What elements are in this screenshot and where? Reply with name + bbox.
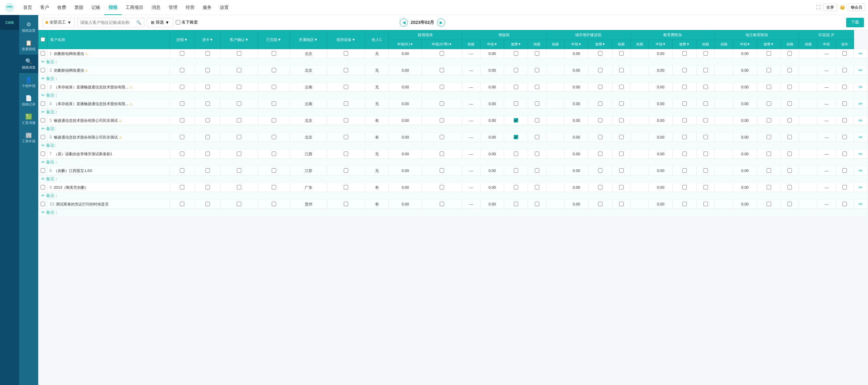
- city-sub-checkbox[interactable]: [598, 85, 602, 89]
- local-edu-sub-checkbox[interactable]: [787, 51, 792, 56]
- nav-manage[interactable]: 管理: [165, 0, 182, 15]
- row-checkbox[interactable]: [41, 101, 45, 106]
- edu-sub-checkbox[interactable]: [703, 68, 708, 72]
- vat-sub-checkbox[interactable]: [514, 118, 518, 123]
- nav-tax[interactable]: 报税: [104, 0, 122, 15]
- paid-checkbox[interactable]: [272, 202, 276, 206]
- row-checkbox[interactable]: [41, 202, 45, 206]
- edu-sub-checkbox[interactable]: [682, 135, 687, 139]
- confirm-checkbox[interactable]: [237, 135, 241, 139]
- copy-tax-checkbox[interactable]: [180, 185, 184, 189]
- vat-sub-checkbox[interactable]: [514, 68, 518, 72]
- edit-remark-icon[interactable]: ✏: [41, 210, 45, 215]
- annual-checkbox[interactable]: [440, 168, 444, 173]
- stamp-sub-checkbox[interactable]: [842, 51, 847, 56]
- city-sub-checkbox[interactable]: [619, 202, 624, 206]
- table-container[interactable]: 客户名称 抄税▼ 清卡▼ 客户确认▼ 已完税▼ 所属地区▼ 税控设备▼ 收入C …: [38, 30, 868, 385]
- edit-icon[interactable]: ✏: [859, 101, 863, 106]
- nav-message[interactable]: 消息: [147, 0, 165, 15]
- clear-card-checkbox[interactable]: [205, 168, 210, 173]
- stamp-sub-checkbox[interactable]: [842, 168, 847, 173]
- edu-sub-checkbox[interactable]: [703, 118, 708, 123]
- prev-month-button[interactable]: ◀: [400, 18, 408, 27]
- clear-card-checkbox[interactable]: [205, 101, 210, 106]
- edit-remark-icon[interactable]: ✏: [41, 76, 45, 81]
- employee-select[interactable]: 全部员工 ▼: [42, 18, 74, 27]
- fullscreen-button[interactable]: 全屏: [823, 3, 837, 11]
- local-edu-sub-checkbox[interactable]: [787, 202, 792, 206]
- local-edu-sub-checkbox[interactable]: [787, 185, 792, 189]
- clear-card-checkbox[interactable]: [205, 185, 210, 189]
- nav-home[interactable]: 首页: [19, 0, 36, 15]
- city-sub-checkbox[interactable]: [598, 135, 602, 139]
- stamp-sub-checkbox[interactable]: [842, 101, 847, 106]
- annual-checkbox[interactable]: [440, 135, 444, 139]
- paid-checkbox[interactable]: [272, 68, 276, 72]
- local-edu-sub-checkbox[interactable]: [767, 168, 771, 173]
- city-sub-checkbox[interactable]: [619, 101, 624, 106]
- edit-remark-icon[interactable]: ✏: [41, 143, 45, 148]
- edu-sub-checkbox[interactable]: [703, 51, 708, 56]
- search-icon[interactable]: 🔍: [136, 20, 141, 25]
- row-checkbox[interactable]: [41, 185, 45, 189]
- annual-checkbox[interactable]: [440, 152, 444, 156]
- edit-icon[interactable]: ✏: [859, 68, 863, 73]
- local-edu-sub-checkbox[interactable]: [767, 51, 771, 56]
- clear-card-checkbox[interactable]: [205, 68, 210, 72]
- edit-icon[interactable]: ✏: [859, 201, 863, 207]
- stamp-sub-checkbox[interactable]: [842, 85, 847, 89]
- edit-icon[interactable]: ✏: [859, 151, 863, 157]
- edit-remark-icon[interactable]: ✏: [41, 126, 45, 131]
- confirm-checkbox[interactable]: [237, 202, 241, 206]
- vat-sub-checkbox[interactable]: [514, 85, 518, 89]
- copy-tax-checkbox[interactable]: [180, 118, 184, 123]
- local-edu-sub-checkbox[interactable]: [787, 168, 792, 173]
- stamp-sub-checkbox[interactable]: [842, 68, 847, 72]
- copy-tax-checkbox[interactable]: [180, 68, 184, 72]
- local-edu-sub-checkbox[interactable]: [787, 152, 792, 156]
- edit-icon[interactable]: ✏: [859, 185, 863, 190]
- next-month-button[interactable]: ▶: [437, 18, 445, 27]
- edu-sub-checkbox[interactable]: [682, 152, 687, 156]
- stamp-sub-checkbox[interactable]: [842, 185, 847, 189]
- edu-sub-checkbox[interactable]: [703, 152, 708, 156]
- city-sub-checkbox[interactable]: [619, 185, 624, 189]
- tax-device-checkbox[interactable]: [344, 202, 348, 206]
- clear-card-checkbox[interactable]: [205, 202, 210, 206]
- vat-sub-checkbox[interactable]: [535, 168, 539, 173]
- paid-checkbox[interactable]: [272, 168, 276, 173]
- clear-card-checkbox[interactable]: [205, 135, 210, 139]
- confirm-checkbox[interactable]: [237, 185, 241, 189]
- tax-device-checkbox[interactable]: [344, 68, 348, 72]
- sidebar-item-personal-tax[interactable]: 👤 个税申报: [19, 73, 38, 91]
- tax-device-checkbox[interactable]: [344, 85, 348, 89]
- row-checkbox[interactable]: [41, 51, 45, 56]
- sidebar-item-annual-clear[interactable]: 💹 汇算清缴: [19, 110, 38, 128]
- nav-invoice[interactable]: 票据: [70, 0, 87, 15]
- local-edu-sub-checkbox[interactable]: [787, 118, 792, 123]
- local-edu-sub-checkbox[interactable]: [767, 202, 771, 206]
- confirm-checkbox[interactable]: [237, 51, 241, 56]
- copy-tax-checkbox[interactable]: [180, 168, 184, 173]
- city-sub-checkbox[interactable]: [598, 101, 602, 106]
- city-sub-checkbox[interactable]: [598, 152, 602, 156]
- edu-sub-checkbox[interactable]: [682, 68, 687, 72]
- edit-icon[interactable]: ✏: [859, 118, 863, 123]
- edu-sub-checkbox[interactable]: [703, 168, 708, 173]
- tax-device-checkbox[interactable]: [344, 152, 348, 156]
- paid-checkbox[interactable]: [272, 85, 276, 89]
- annual-checkbox[interactable]: [440, 202, 444, 206]
- tax-device-checkbox[interactable]: [344, 101, 348, 106]
- copy-tax-checkbox[interactable]: [180, 135, 184, 139]
- row-checkbox[interactable]: [41, 118, 45, 123]
- vat-sub-checkbox[interactable]: [535, 185, 539, 189]
- vat-sub-checkbox[interactable]: [514, 202, 518, 206]
- vat-sub-checkbox[interactable]: [514, 51, 518, 56]
- local-edu-sub-checkbox[interactable]: [767, 135, 771, 139]
- vat-sub-checkbox[interactable]: [535, 135, 539, 139]
- copy-tax-checkbox[interactable]: [180, 152, 184, 156]
- sidebar-item-tax-settings[interactable]: ⚙ 报税设置: [19, 18, 38, 36]
- city-sub-checkbox[interactable]: [598, 202, 602, 206]
- select-all-checkbox[interactable]: [41, 37, 45, 42]
- vat-sub-checkbox[interactable]: [535, 68, 539, 72]
